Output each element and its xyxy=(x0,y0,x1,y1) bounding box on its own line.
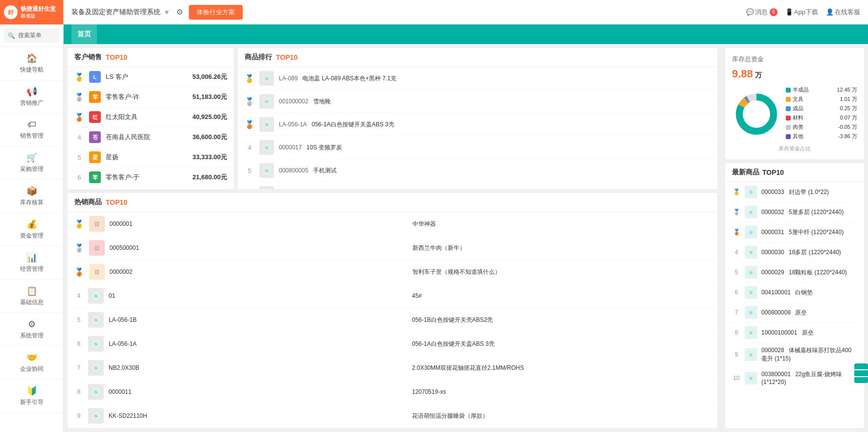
customer-service-float: 客服热线 服务社区 直播 xyxy=(854,363,868,383)
latest-products-panel: 最新商品 TOP10 🥇 G 0000033 封边带 (1.0*22) 🥈 G … xyxy=(725,163,864,428)
latest-product-info: 0000029 18颗粒板 (1220*2440) xyxy=(761,268,857,277)
svg-text:G: G xyxy=(750,191,752,194)
latest-product-info: 0000032 5厘多层 (1220*2440) xyxy=(761,208,857,216)
hot-product-code: 0000011 xyxy=(109,388,407,395)
sidebar-logo: 好 畅捷通好生意 标准版 xyxy=(0,0,63,24)
svg-text:G: G xyxy=(750,311,752,314)
list-item[interactable]: 9 G KK-SD22110H 花语萌恒温分腿睡袋（厚款） xyxy=(68,404,717,428)
list-item[interactable]: 4 G 01 45# xyxy=(68,284,717,308)
list-item[interactable]: 8 G 0000011 12070519-xs xyxy=(68,380,717,404)
product-rank-list: 🥇 G LA-089 电池盖 LA-089 ABS本色+黑种 7.1克 🥈 G … xyxy=(238,67,717,189)
rank-number: 4 xyxy=(732,249,741,256)
medal-icon: 🥇 xyxy=(245,74,254,83)
list-item[interactable]: 5 G 0000029 18颗粒板 (1220*2440) xyxy=(725,263,864,283)
online-service-nav[interactable]: 👤 在线客服 xyxy=(826,8,860,17)
list-item[interactable]: 🥈 🖼 000500001 新西兰牛肉（新牛） xyxy=(68,236,717,260)
sidebar-item-finance[interactable]: 💰 资金管理 xyxy=(0,213,63,246)
list-item[interactable]: 7 G 000800008 原垒 xyxy=(725,303,864,323)
list-item[interactable]: 5 G LA-056-1B 056-1B白色按键开关壳ABS2壳 xyxy=(68,308,717,332)
sidebar-item-sales[interactable]: 🏷 销售管理 xyxy=(0,114,63,146)
table-row[interactable]: 🥇 G LA-089 电池盖 LA-089 ABS本色+黑种 7.1克 xyxy=(238,67,717,90)
cs-hotline-btn[interactable]: 客服热线 xyxy=(854,363,868,369)
sidebar-item-system[interactable]: ⚙ 系统管理 xyxy=(0,313,63,346)
customer-amount: 33,333.00元 xyxy=(192,153,227,162)
table-row[interactable]: 5 星 星扬 33,333.00元 xyxy=(68,147,234,168)
list-item[interactable]: 9 G 0000028 体械嘉枝味苏打饮品400毫升 (1*15) xyxy=(725,343,864,367)
product-ranking-title: 商品排行 xyxy=(245,53,272,62)
table-row[interactable]: 7 云 云扬 7,680.00元 xyxy=(68,188,234,189)
latest-product-name: 封边带 (1.0*22) xyxy=(789,189,829,195)
list-item[interactable]: 6 G LA-056-1A 056-1A白色按键开关盖ABS 3壳 xyxy=(68,332,717,356)
latest-product-name: 白钢垫 xyxy=(795,289,813,296)
list-item[interactable]: 🥈 G 0000032 5厘多层 (1220*2440) xyxy=(725,202,864,222)
latest-product-code: 000800008 xyxy=(761,309,791,316)
product-code: 0000017 xyxy=(279,144,302,151)
svg-text:G: G xyxy=(265,99,268,104)
marketing-label: 营销推广 xyxy=(20,99,44,107)
medal-icon: 🥈 xyxy=(732,209,741,216)
list-item[interactable]: 7 G NB2.0X30B 2.0X30MM双搓花轴搓花直径2.1MM/ROHS xyxy=(68,356,717,380)
list-item[interactable]: 8 G 10000100001 原垒 xyxy=(725,323,864,343)
list-item[interactable]: 🥇 🖼 0000001 中华神器 xyxy=(68,212,717,236)
hot-product-code: 0000001 xyxy=(110,220,408,227)
trial-button[interactable]: 体验行业方案 xyxy=(189,5,243,20)
table-row[interactable]: 6 零 零售客户-于 21,680.00元 xyxy=(68,168,234,188)
legend-item: 材料 0.07 万 xyxy=(786,114,857,121)
product-code: LA-056-1A xyxy=(279,121,307,128)
inventory-legend: 半成品 12.45 万 文具 1.01 万 成品 0.25 万 材料 0.07 … xyxy=(786,86,857,142)
hot-products-top10: TOP10 xyxy=(106,198,127,206)
table-row[interactable]: 🥈 G 001000002 雪地靴 xyxy=(238,90,717,113)
list-item[interactable]: 10 G 003800001 22g鱼豆腐-烧烤味 (1*12*20) xyxy=(725,367,864,389)
list-item[interactable]: 4 G 0000030 18多层 (1220*2440) xyxy=(725,242,864,263)
sidebar-item-quicknav[interactable]: 🏠 快捷导航 xyxy=(0,47,63,80)
rank-number: 9 xyxy=(74,412,83,419)
message-nav[interactable]: 💬 消息 6 xyxy=(746,8,777,17)
sidebar-item-marketing[interactable]: 📢 营销推广 xyxy=(0,80,63,114)
sidebar-item-purchase[interactable]: 🛒 采购管理 xyxy=(0,146,63,180)
table-row[interactable]: 5 G 000800005 手机测试 xyxy=(238,159,717,182)
customer-tag: 苍 xyxy=(89,131,101,143)
list-item[interactable]: 🥇 G 0000033 封边带 (1.0*22) xyxy=(725,182,864,202)
latest-product-code: 0000030 xyxy=(761,249,784,256)
hot-product-code: KK-SD22110H xyxy=(109,412,407,419)
sidebar-item-guide[interactable]: 🔰 新手引导 xyxy=(0,380,63,413)
customer-tag: 星 xyxy=(89,151,101,163)
customer-tag: L xyxy=(89,71,101,83)
sidebar-item-operation[interactable]: 📊 经营管理 xyxy=(0,246,63,280)
table-row[interactable]: 🥇 L LS 客户 53,006.26元 xyxy=(68,67,234,87)
table-row[interactable]: 4 苍 苍南县人民医院 36,600.00元 xyxy=(68,127,234,147)
rank-number: 4 xyxy=(245,144,254,151)
svg-text:G: G xyxy=(750,353,752,357)
search-menu-button[interactable]: 🔍 搜索菜单 xyxy=(4,28,59,43)
finance-icon: 💰 xyxy=(26,219,37,230)
settings-icon[interactable]: ⚙ xyxy=(176,7,183,17)
sidebar-item-inventory[interactable]: 📦 库存核算 xyxy=(0,180,63,213)
cs-live-btn[interactable]: 直播 xyxy=(854,377,868,383)
page-nav-home[interactable]: 首页 xyxy=(71,24,97,44)
app-download-nav[interactable]: 📱 App下载 xyxy=(785,8,818,17)
table-row[interactable]: 🥉 G LA-056-1A 056-1A白色按键开关盖ABS 3壳 xyxy=(238,113,717,136)
product-thumbnail: G xyxy=(745,348,757,361)
list-item[interactable]: 🥉 🖼 0000002 智利车子里（规格不知道填什么） xyxy=(68,260,717,284)
medal-icon: 🥈 xyxy=(74,93,84,102)
table-row[interactable]: 🥉 红 红太阳文具 40,925.00元 xyxy=(68,107,234,127)
table-row[interactable]: 🥈 零 零售客户-许 51,183.00元 xyxy=(68,87,234,107)
hot-product-name: 中华神器 xyxy=(412,220,710,228)
svg-text:G: G xyxy=(750,271,752,274)
hot-product-name: 智利车子里（规格不知道填什么） xyxy=(412,268,710,276)
product-thumbnail: G xyxy=(259,186,274,189)
latest-product-info: 000800008 原垒 xyxy=(761,309,857,317)
customer-ranking-title: 客户销售 xyxy=(74,53,102,62)
sidebar-item-basic[interactable]: 📋 基础信息 xyxy=(0,280,63,313)
sidebar-item-company[interactable]: 🤝 企业协同 xyxy=(0,346,63,380)
medal-icon: 🥉 xyxy=(74,267,84,277)
table-row[interactable]: 6 G 0000021 夹壳 xyxy=(238,182,717,189)
sales-icon: 🏷 xyxy=(27,120,36,130)
list-item[interactable]: 6 G 004100001 白钢垫 xyxy=(725,283,864,303)
cs-community-btn[interactable]: 服务社区 xyxy=(854,370,868,376)
hot-product-code: LA-056-1B xyxy=(109,316,407,323)
customer-name: 红太阳文具 xyxy=(106,113,187,121)
table-row[interactable]: 4 G 0000017 10S 变频罗炭 xyxy=(238,136,717,159)
list-item[interactable]: 🥉 G 0000031 5厘中纤 (1220*2440) xyxy=(725,222,864,242)
product-thumbnail: G xyxy=(88,360,104,376)
